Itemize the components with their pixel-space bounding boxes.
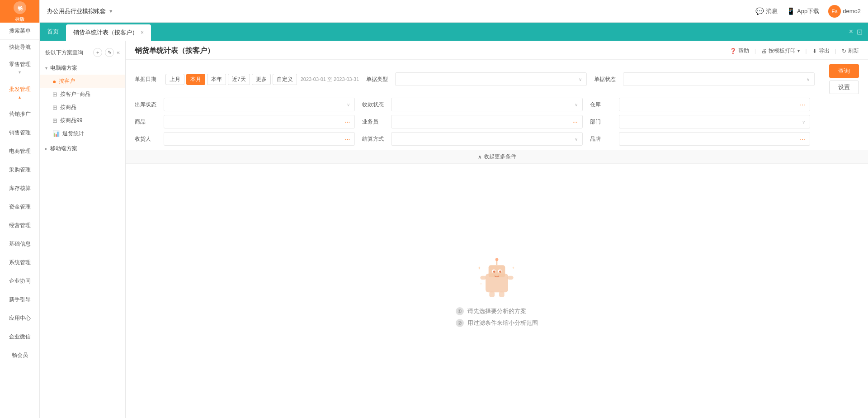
user-profile-btn[interactable]: Ea demo2 [828,5,861,18]
scheme-item-customer-goods[interactable]: ⊞ 按客户+商品 [40,88,125,101]
collapse-label: 收起更多条件 [484,153,516,161]
salesperson-select[interactable]: ··· [391,115,582,128]
sidebar-item-basics[interactable]: 基础信息 [0,235,39,253]
tab-home[interactable]: 首页 [40,23,66,41]
tab-sales-stats-label: 销货单统计表（按客户） [73,28,138,37]
app-download-label: App下载 [797,7,819,15]
message-btn[interactable]: 💬 消息 [755,7,778,15]
tip2-num-text: ② [458,320,462,326]
sidebar-item-system[interactable]: 系统管理 [0,253,39,272]
quick-nav-item[interactable]: 快捷导航 [0,40,39,55]
sidebar-item-appcenter[interactable]: 应用中心 [0,309,39,328]
main-area: 办公用品行业模拟账套 ▾ 💬 消息 📱 App下载 Ea demo2 首页 [40,0,868,418]
goods-select[interactable]: ··· [164,115,355,128]
dept-select[interactable]: ∨ [619,115,810,128]
svg-point-6 [493,271,495,273]
restore-window-icon[interactable]: ⊡ [857,28,863,36]
receipt-status-arrow-icon: ∨ [575,102,578,107]
dept-arrow-icon: ∨ [802,119,805,124]
brand-select[interactable]: ··· [619,132,810,146]
edit-scheme-btn[interactable]: ✎ [105,48,114,57]
query-button[interactable]: 查询 [829,64,859,78]
sidebar-item-label: 基础信息 [9,240,31,248]
sidebar-item-member[interactable]: 畅会员 [0,346,39,365]
settlement-select[interactable]: ∨ [391,132,582,146]
settings-button[interactable]: 设置 [829,81,859,94]
sidebar-item-ecommerce[interactable]: 电商管理 [0,142,39,161]
scheme-group-mobile-arrow: ▸ [45,146,47,151]
close-window-icon[interactable]: × [849,28,853,36]
sidebar-item-label: 企业微信 [9,333,31,341]
scheme-item-customer[interactable]: ● 按客户 [40,75,125,88]
print-btn[interactable]: 🖨 按模板打印 ▾ [761,47,800,55]
warehouse-select[interactable]: ··· [619,98,810,111]
app-download-btn[interactable]: 📱 App下载 [787,7,819,15]
industry-title: 办公用品行业模拟账套 [47,7,106,15]
scheme-item-goods[interactable]: ⊞ 按商品 [40,101,125,114]
scheme-panel: 按以下方案查询 + ✎ « ▾ 电脑端方案 ● 按客户 ⊞ [40,41,126,418]
sidebar-item-operations[interactable]: 经营管理 [0,216,39,235]
export-btn[interactable]: ⬇ 导出 [812,47,830,55]
date-btn-this-month[interactable]: 本月 [186,74,205,85]
sidebar-item-purchase[interactable]: 采购管理 [0,161,39,179]
logo-icon: 畅 [13,0,27,15]
order-status-filter-item: 单据状态 ∨ [594,72,815,86]
date-btn-more[interactable]: 更多 [252,74,271,85]
filter-row-2: 出库状态 ∨ 收款状态 ∨ 仓库 [126,98,868,115]
divider3: | [835,48,836,54]
action-buttons: 查询 设置 [822,64,859,94]
tab-sales-stats[interactable]: 销货单统计表（按客户） × [66,24,151,41]
sidebar-item-finance[interactable]: 资金管理 [0,198,39,216]
tip2-num: ② [456,319,464,327]
receipt-status-label: 收款状态 [362,101,387,109]
sidebar-item-collab[interactable]: 企业协同 [0,272,39,290]
phone-icon: 📱 [787,7,795,15]
collapse-icon: ∧ [478,154,482,160]
chevron-down-icon: ▾ [19,70,21,75]
refresh-icon: ↻ [842,48,846,54]
export-label: 导出 [819,47,830,55]
print-label: 按模板打印 [769,47,796,55]
tip1-text: 请先选择要分析的方案 [467,307,526,315]
add-scheme-btn[interactable]: + [93,48,102,57]
out-status-select[interactable]: ∨ [164,98,355,111]
dept-label: 部门 [590,118,615,126]
sidebar-item-retail[interactable]: 零售管理 ▾ [0,55,39,80]
help-label: 帮助 [738,47,749,55]
svg-text:✦: ✦ [477,266,481,271]
sidebar-item-wechat[interactable]: 企业微信 [0,328,39,346]
goods-filter-item: 商品 ··· [135,115,355,128]
scheme-item-return-stats[interactable]: 📊 退货统计 [40,127,125,140]
date-btn-custom[interactable]: 自定义 [273,74,297,85]
help-btn[interactable]: ❓ 帮助 [730,47,749,55]
search-menu-item[interactable]: 搜索菜单 [0,23,39,40]
scheme-group-pc-header[interactable]: ▾ 电脑端方案 [40,62,125,75]
date-btn-this-year[interactable]: 本年 [207,74,226,85]
sidebar-item-marketing[interactable]: 营销推广 [0,105,39,124]
receipt-status-select[interactable]: ∨ [391,98,582,111]
brand-dots-icon: ··· [800,135,805,142]
order-type-label: 单据类型 [366,76,392,83]
sidebar-item-wholesale[interactable]: 批发管理 ▴ [0,80,39,105]
receiver-dots-icon: ··· [345,135,350,142]
industry-dropdown-icon[interactable]: ▾ [109,8,113,14]
date-btn-7days[interactable]: 近7天 [228,74,250,85]
sidebar-item-newbie[interactable]: 新手引导 [0,290,39,309]
collapse-more-conditions-btn[interactable]: ∧ 收起更多条件 [126,150,868,164]
sidebar-item-sales[interactable]: 销售管理 [0,124,39,142]
tab-close-icon[interactable]: × [141,29,144,36]
order-status-select[interactable]: ∨ [623,72,815,86]
collapse-panel-btn[interactable]: « [117,49,120,56]
scheme-group-mobile-header[interactable]: ▸ 移动端方案 [40,142,125,155]
tabbar: 首页 销货单统计表（按客户） × × ⊡ [40,23,868,41]
order-type-select[interactable]: ∨ [395,72,587,86]
receiver-select[interactable]: ··· [164,132,355,146]
date-btn-last-month[interactable]: 上月 [165,74,184,85]
tab-home-label: 首页 [47,28,59,36]
settlement-arrow-icon: ∨ [575,137,578,142]
refresh-btn[interactable]: ↻ 刷新 [842,47,859,55]
empty-tip-1: ① 请先选择要分析的方案 [456,307,538,315]
receiver-label: 收货人 [135,135,160,143]
sidebar-item-inventory[interactable]: 库存核算 [0,179,39,198]
scheme-item-goods99[interactable]: ⊞ 按商品99 [40,114,125,127]
